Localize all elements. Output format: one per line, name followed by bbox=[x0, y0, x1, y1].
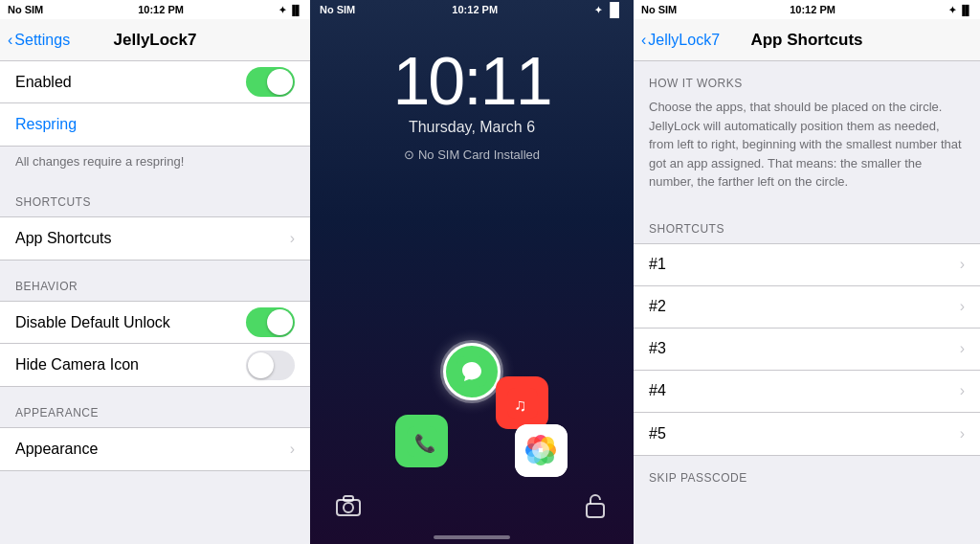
svg-text:♫: ♫ bbox=[514, 396, 527, 415]
disable-default-label: Disable Default Unlock bbox=[15, 314, 170, 331]
how-it-works-text: Choose the apps, that should be placed o… bbox=[649, 98, 965, 192]
appearance-section-header: APPEARANCE bbox=[0, 387, 310, 427]
skip-passcode-header: SKIP PASSCODE bbox=[634, 456, 980, 492]
shortcuts-section-header: SHORTCUTS bbox=[634, 203, 980, 243]
shortcuts-battery-icon: ▐▌ bbox=[959, 5, 972, 15]
disable-default-toggle[interactable] bbox=[246, 307, 295, 337]
shortcut-label-3: #3 bbox=[649, 340, 666, 357]
lock-bottom-icons bbox=[310, 487, 634, 525]
shortcut-label-2: #2 bbox=[649, 298, 666, 315]
phone-app-icon[interactable]: 📞 bbox=[395, 415, 448, 467]
messages-app-icon[interactable] bbox=[443, 343, 501, 400]
shortcut-label-4: #4 bbox=[649, 382, 666, 399]
toggle-thumb-3 bbox=[248, 352, 274, 378]
toggle-thumb bbox=[267, 69, 293, 95]
hide-camera-row: Hide Camera Icon bbox=[0, 344, 310, 386]
camera-bottom-icon[interactable] bbox=[329, 487, 368, 525]
lock-apps-circle: 📞 ♫ bbox=[367, 333, 577, 487]
home-indicator bbox=[434, 535, 510, 539]
status-bar-1: No SIM 10:12 PM ✦ ▐▌ bbox=[0, 0, 310, 19]
shortcuts-back-button[interactable]: ‹ JellyLock7 bbox=[641, 32, 720, 49]
carrier-label: No SIM bbox=[8, 4, 43, 15]
chevron-left-icon: ‹ bbox=[8, 32, 12, 49]
time-label: 10:12 PM bbox=[138, 4, 184, 15]
battery-icon: ▐▌ bbox=[289, 5, 302, 15]
back-label: Settings bbox=[14, 32, 70, 49]
shortcut-row-3[interactable]: #3 › bbox=[634, 329, 980, 371]
shortcuts-chevron-left-icon: ‹ bbox=[641, 32, 646, 49]
status-bar-3: No SIM 10:12 PM ✦ ▐▌ bbox=[634, 0, 980, 19]
shortcuts-header: SHORTCUTS bbox=[0, 176, 310, 216]
nav-bar-3: ‹ JellyLock7 App Shortcuts bbox=[634, 19, 980, 61]
shortcuts-nav-title: App Shortcuts bbox=[750, 31, 862, 50]
lock-battery-icon: ▐▌ bbox=[605, 2, 624, 17]
how-it-works-section: HOW IT WORKS Choose the apps, that shoul… bbox=[634, 61, 980, 203]
shortcut-chevron-2: › bbox=[960, 298, 965, 315]
nav-bar-1: ‹ Settings JellyLock7 bbox=[0, 19, 310, 61]
shortcut-chevron-1: › bbox=[960, 256, 965, 273]
settings-content: Enabled Respring All changes require a r… bbox=[0, 61, 310, 544]
shortcuts-bluetooth-icon: ✦ bbox=[948, 5, 956, 15]
enabled-toggle[interactable] bbox=[246, 67, 295, 97]
shortcut-chevron-3: › bbox=[960, 340, 965, 357]
shortcut-row-5[interactable]: #5 › bbox=[634, 413, 980, 455]
lock-nosim: ⊙ No SIM Card Installed bbox=[404, 147, 540, 162]
shortcuts-group: App Shortcuts › bbox=[0, 216, 310, 261]
shortcuts-content: HOW IT WORKS Choose the apps, that shoul… bbox=[634, 61, 980, 544]
lock-status-bar: No SIM 10:12 PM ✦ ▐▌ bbox=[310, 0, 634, 19]
shortcuts-carrier: No SIM bbox=[641, 4, 677, 15]
enabled-row: Enabled bbox=[0, 61, 310, 103]
panel-lockscreen: No SIM 10:12 PM ✦ ▐▌ 10:11 Thursday, Mar… bbox=[310, 0, 634, 544]
lock-date: Thursday, March 6 bbox=[409, 119, 535, 136]
shortcuts-status-icons: ✦ ▐▌ bbox=[948, 5, 972, 15]
lock-time: 10:11 bbox=[392, 48, 550, 115]
app-shortcuts-row[interactable]: App Shortcuts › bbox=[0, 217, 310, 260]
shortcuts-list: #1 › #2 › #3 › #4 › #5 › bbox=[634, 243, 980, 456]
app-shortcuts-label: App Shortcuts bbox=[15, 230, 112, 247]
photos-app-icon[interactable] bbox=[515, 424, 568, 477]
appearance-row[interactable]: Appearance › bbox=[0, 428, 310, 470]
nosim-icon: ⊙ bbox=[404, 147, 414, 162]
svg-point-14 bbox=[532, 442, 549, 459]
nosim-text: No SIM Card Installed bbox=[418, 147, 540, 162]
how-it-works-header: HOW IT WORKS bbox=[649, 77, 965, 90]
appearance-group: Appearance › bbox=[0, 427, 310, 471]
panel-settings: No SIM 10:12 PM ✦ ▐▌ ‹ Settings JellyLoc… bbox=[0, 0, 310, 544]
shortcuts-time: 10:12 PM bbox=[790, 4, 835, 15]
bluetooth-icon: ✦ bbox=[278, 5, 286, 15]
lock-bluetooth-icon: ✦ bbox=[594, 5, 602, 15]
music-app-icon[interactable]: ♫ bbox=[496, 376, 548, 429]
lock-status-icons: ✦ ▐▌ bbox=[594, 2, 624, 17]
nav-title: JellyLock7 bbox=[114, 31, 197, 50]
panel-shortcuts: No SIM 10:12 PM ✦ ▐▌ ‹ JellyLock7 App Sh… bbox=[634, 0, 980, 544]
shortcut-label-5: #5 bbox=[649, 425, 666, 442]
back-button[interactable]: ‹ Settings bbox=[8, 32, 70, 49]
svg-rect-17 bbox=[344, 496, 353, 501]
chevron-icon: › bbox=[290, 230, 295, 247]
hide-camera-label: Hide Camera Icon bbox=[15, 356, 139, 374]
unlock-bottom-icon[interactable] bbox=[576, 487, 614, 525]
lock-carrier: No SIM bbox=[320, 4, 355, 15]
shortcut-row-1[interactable]: #1 › bbox=[634, 244, 980, 286]
respring-row[interactable]: Respring bbox=[0, 103, 310, 146]
enabled-label: Enabled bbox=[15, 74, 72, 91]
hide-camera-toggle[interactable] bbox=[246, 351, 295, 380]
svg-rect-18 bbox=[587, 504, 604, 517]
lock-time-status: 10:12 PM bbox=[452, 4, 498, 15]
shortcut-row-2[interactable]: #2 › bbox=[634, 286, 980, 329]
toggle-thumb-2 bbox=[267, 309, 293, 335]
appearance-label: Appearance bbox=[15, 441, 98, 458]
behavior-group: Disable Default Unlock Hide Camera Icon bbox=[0, 301, 310, 387]
svg-text:📞: 📞 bbox=[414, 433, 436, 454]
behavior-header: BEHAVIOR bbox=[0, 261, 310, 301]
shortcut-chevron-4: › bbox=[960, 382, 965, 399]
respring-note: All changes require a respring! bbox=[0, 147, 310, 176]
svg-point-16 bbox=[344, 503, 353, 512]
respring-label: Respring bbox=[15, 116, 77, 133]
shortcut-row-4[interactable]: #4 › bbox=[634, 371, 980, 413]
disable-default-row: Disable Default Unlock bbox=[0, 302, 310, 344]
shortcuts-back-label: JellyLock7 bbox=[648, 32, 720, 49]
status-icons: ✦ ▐▌ bbox=[278, 5, 302, 15]
appearance-chevron-icon: › bbox=[290, 441, 295, 458]
shortcut-chevron-5: › bbox=[960, 425, 965, 442]
